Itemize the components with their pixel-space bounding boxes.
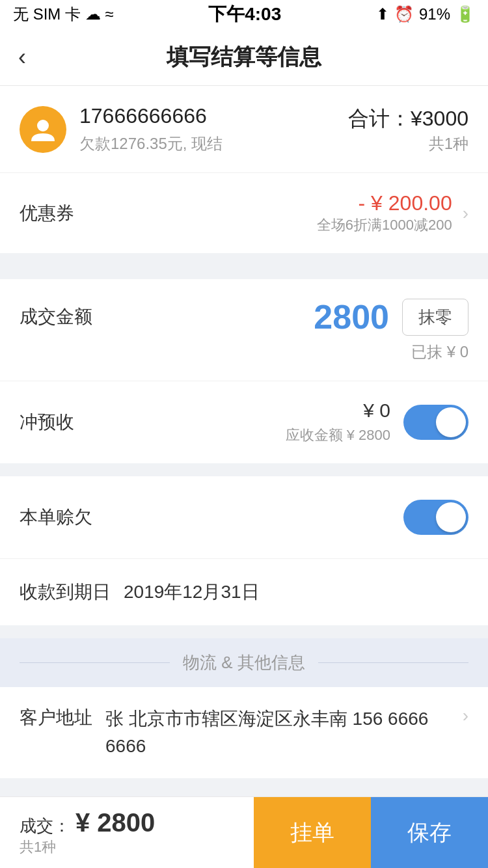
prepay-receivable: 应收金额 ¥ 2800 <box>286 426 390 445</box>
footer: 成交： ¥ 2800 共1种 挂单 保存 <box>0 796 488 868</box>
page-title: 填写结算等信息 <box>167 42 321 72</box>
amount-right: 2800 抹零 <box>314 297 468 336</box>
address-label: 客户地址 <box>20 705 92 730</box>
arrears-toggle-knob <box>436 502 466 532</box>
customer-debt: 欠款1276.35元, 现结 <box>79 133 223 154</box>
address-row[interactable]: 客户地址 张 北京市市辖区海淀区永丰南 156 6666 6666 › <box>0 687 488 778</box>
prepay-row: 冲预收 ¥ 0 应收金额 ¥ 2800 <box>0 381 488 463</box>
status-time: 下午4:03 <box>208 2 281 27</box>
save-button[interactable]: 保存 <box>371 797 488 869</box>
coupon-label: 优惠券 <box>20 201 74 226</box>
toggle-knob <box>436 407 466 437</box>
svg-point-0 <box>37 120 49 131</box>
arrears-row: 本单赊欠 <box>0 476 488 558</box>
prepay-label: 冲预收 <box>20 410 74 435</box>
arrears-section: 本单赊欠 收款到期日 2019年12月31日 <box>0 476 488 625</box>
coupon-right: - ¥ 200.00 全场6折满1000减200 › <box>317 191 468 235</box>
battery-label: 91% <box>419 5 450 23</box>
chevron-right-icon: › <box>463 203 468 224</box>
footer-deal-label: 成交： <box>20 815 70 837</box>
prepay-right: ¥ 0 应收金额 ¥ 2800 <box>286 400 468 445</box>
header: ‹ 填写结算等信息 <box>0 29 488 86</box>
alarm-icon: ⏰ <box>394 5 414 23</box>
status-right: ⬆ ⏰ 91% 🔋 <box>376 5 475 23</box>
address-chevron-icon: › <box>463 705 468 726</box>
back-button[interactable]: ‹ <box>18 44 26 71</box>
section-gap-1 <box>0 266 488 279</box>
section-gap-2 <box>0 463 488 476</box>
coupon-amount: - ¥ 200.00 <box>317 191 452 215</box>
prepay-toggle[interactable] <box>403 405 468 440</box>
customer-row: 17666666666 欠款1276.35元, 现结 合计：¥3000 共1种 <box>0 86 488 172</box>
total-amount: 合计：¥3000 <box>348 105 468 133</box>
footer-info: 成交： ¥ 2800 共1种 <box>0 808 254 857</box>
coupon-value: - ¥ 200.00 全场6折满1000减200 <box>317 191 452 235</box>
status-left: 无 SIM 卡 ☁ ≈ <box>13 4 114 25</box>
customer-total: 合计：¥3000 共1种 <box>348 105 468 154</box>
prepay-amount: ¥ 0 <box>286 400 390 422</box>
customer-info: 17666666666 欠款1276.35元, 现结 <box>79 104 223 154</box>
round-button[interactable]: 抹零 <box>402 299 468 336</box>
deal-amount-row: 成交金额 2800 抹零 <box>20 297 468 336</box>
customer-card: 17666666666 欠款1276.35元, 现结 合计：¥3000 共1种 … <box>0 86 488 253</box>
customer-left: 17666666666 欠款1276.35元, 现结 <box>20 104 223 154</box>
avatar <box>20 106 66 153</box>
arrears-toggle[interactable] <box>403 500 468 535</box>
customer-phone: 17666666666 <box>79 104 223 128</box>
due-date-value: 2019年12月31日 <box>124 580 260 604</box>
deal-amount-value: 2800 <box>314 297 389 336</box>
deal-amount-label: 成交金额 <box>20 305 92 329</box>
logistics-label: 物流 & 其他信息 <box>183 651 305 674</box>
battery-icon: 🔋 <box>455 5 475 23</box>
sim-label: 无 SIM 卡 ☁ ≈ <box>13 4 114 25</box>
footer-deal-row: 成交： ¥ 2800 <box>20 808 234 837</box>
total-label: 合计： <box>348 107 411 130</box>
arrears-label: 本单赊欠 <box>20 505 92 530</box>
logistics-line-left <box>20 662 170 663</box>
due-date-label: 收款到期日 <box>20 580 111 604</box>
coupon-row[interactable]: 优惠券 - ¥ 200.00 全场6折满1000减200 › <box>0 172 488 253</box>
total-value: ¥3000 <box>411 107 468 130</box>
prepay-value: ¥ 0 应收金额 ¥ 2800 <box>286 400 390 445</box>
amount-section: 成交金额 2800 抹零 已抹 ¥ 0 <box>0 279 488 381</box>
location-icon: ⬆ <box>376 5 389 23</box>
total-count: 共1种 <box>348 133 468 154</box>
footer-count: 共1种 <box>20 837 234 857</box>
due-date-row: 收款到期日 2019年12月31日 <box>0 558 488 625</box>
logistics-line-right <box>318 662 468 663</box>
coupon-desc: 全场6折满1000减200 <box>317 215 452 235</box>
hang-button[interactable]: 挂单 <box>254 797 371 869</box>
logistics-header: 物流 & 其他信息 <box>0 638 488 687</box>
status-bar: 无 SIM 卡 ☁ ≈ 下午4:03 ⬆ ⏰ 91% 🔋 <box>0 0 488 29</box>
footer-deal-amount: ¥ 2800 <box>75 808 155 837</box>
address-content: 张 北京市市辖区海淀区永丰南 156 6666 6666 <box>105 705 450 760</box>
section-gap-3 <box>0 625 488 638</box>
deal-amount-sub: 已抹 ¥ 0 <box>20 342 468 362</box>
